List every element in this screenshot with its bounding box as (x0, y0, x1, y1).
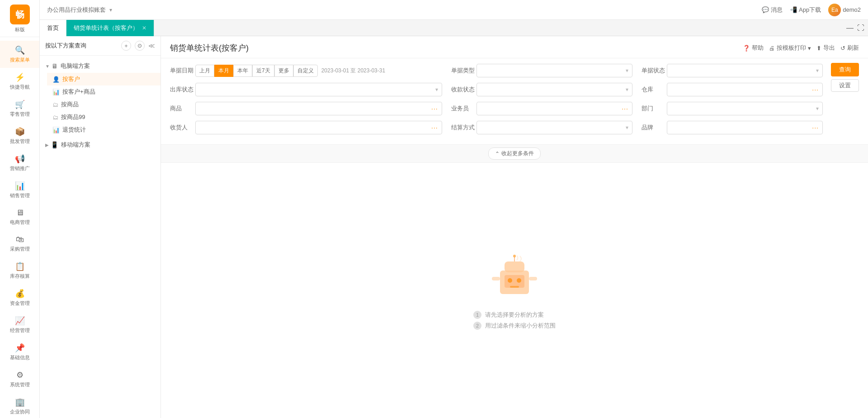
tab-actions: — ⛶ (846, 24, 868, 32)
empty-step-2: 2 用过滤条件来缩小分析范围 (473, 322, 556, 330)
receipt-status-chevron: ▾ (626, 86, 628, 93)
panel-title: 按以下方案查询 (45, 42, 118, 50)
sidebar-label-sales: 销售管理 (10, 192, 30, 199)
warehouse-select[interactable]: ··· (667, 83, 823, 96)
empty-step-1: 1 请先选择要分析的方案 (473, 311, 556, 319)
sidebar-label-search: 搜索菜单 (10, 57, 30, 63)
print-button[interactable]: 🖨 按模板打印 ▾ (769, 44, 811, 52)
sidebar-item-wholesale[interactable]: 📦 批发管理 (0, 122, 39, 149)
salesperson-select[interactable]: ··· (476, 102, 632, 115)
inventory-icon: 📋 (15, 261, 25, 271)
collapse-bar[interactable]: ⌃ 收起更多条件 (161, 145, 868, 163)
date-custom-btn[interactable]: 自定义 (293, 65, 318, 77)
tree-child-by-customer[interactable]: 👤 按客户 (47, 73, 160, 86)
settlement-select[interactable]: ▾ (476, 121, 632, 134)
operation-icon: 📈 (15, 316, 25, 326)
tab-home[interactable]: 首页 (40, 20, 66, 36)
svg-rect-1 (505, 275, 524, 288)
sidebar-item-system[interactable]: ⚙ 系统管理 (0, 366, 39, 393)
out-status-chevron: ▾ (435, 86, 438, 93)
date-this-month-btn[interactable]: 本月 (214, 65, 233, 77)
avatar: Ea (828, 4, 841, 16)
return-stats-icon: 📊 (52, 127, 60, 133)
tab-close-icon[interactable]: ✕ (142, 25, 146, 31)
username: demo2 (843, 6, 861, 13)
empty-illustration (487, 251, 542, 305)
help-button[interactable]: ❓ 帮助 (743, 44, 764, 52)
sales-icon: 📊 (15, 181, 25, 191)
date-this-year-btn[interactable]: 本年 (233, 65, 252, 77)
date-more-btn[interactable]: 更多 (274, 65, 293, 77)
refresh-button[interactable]: ↺ 刷新 (840, 44, 859, 52)
sidebar-item-marketing[interactable]: 📢 营销推广 (0, 149, 39, 176)
department-select[interactable]: ▾ (667, 102, 823, 115)
svg-point-9 (513, 255, 516, 257)
tab-minimize-icon[interactable]: — (846, 24, 854, 32)
main-area: 办公用品行业模拟账套 ▾ 💬 消息 📲 App下载 Ea demo2 首页 销货… (40, 0, 868, 418)
sidebar-item-sales[interactable]: 📊 销售管理 (0, 176, 39, 204)
tree-child-return-stats[interactable]: 📊 退货统计 (47, 124, 160, 136)
arrow-right-icon: ▶ (45, 142, 49, 147)
system-icon: ⚙ (16, 370, 24, 380)
panel-settings-button[interactable]: ⊙ (135, 41, 145, 51)
sidebar-label-enterprise: 企业协同 (10, 408, 30, 415)
settings-button[interactable]: 设置 (831, 79, 859, 92)
empty-step-2-text: 用过滤条件来缩小分析范围 (485, 322, 556, 330)
export-button[interactable]: ⬆ 导出 (816, 44, 835, 52)
retail-icon: 🛒 (15, 100, 25, 109)
print-dropdown-icon: ▾ (808, 45, 811, 52)
sidebar-label-inventory: 库存核算 (10, 273, 30, 280)
user-profile[interactable]: Ea demo2 (828, 4, 861, 16)
sidebar-item-basic[interactable]: 📌 基础信息 (0, 338, 39, 366)
tree-child-customer-product-label: 按客户+商品 (62, 88, 95, 96)
tree-child-product-99[interactable]: 🗂 按商品99 (47, 111, 160, 124)
department-filter: 部门 ▾ (642, 102, 823, 115)
date-last-month-btn[interactable]: 上月 (195, 65, 214, 77)
sidebar-item-operation[interactable]: 📈 经营管理 (0, 311, 39, 338)
date-last7-btn[interactable]: 近7天 (252, 65, 274, 77)
receipt-status-select[interactable]: ▾ (476, 83, 632, 96)
app-download-button[interactable]: 📲 App下载 (790, 6, 821, 14)
panel-collapse-button[interactable]: ≪ (148, 42, 155, 49)
print-icon: 🖨 (769, 45, 775, 52)
sidebar-item-ecommerce[interactable]: 🖥 电商管理 (0, 204, 39, 230)
brand-dots: ··· (812, 124, 819, 131)
query-button[interactable]: 查询 (831, 63, 859, 76)
tree-node-desktop[interactable]: ▼ 🖥 电脑端方案 (40, 59, 160, 73)
page-actions: ❓ 帮助 🖨 按模板打印 ▾ ⬆ 导出 ↺ 刷新 (743, 44, 859, 52)
sidebar-item-search[interactable]: 🔍 搜索菜单 (0, 41, 39, 68)
sidebar-item-inventory[interactable]: 📋 库存核算 (0, 257, 39, 284)
tree-child-by-product[interactable]: 🗂 按商品 (47, 98, 160, 111)
app-dropdown-icon[interactable]: ▾ (109, 7, 112, 13)
sidebar-item-finance[interactable]: 💰 资金管理 (0, 284, 39, 311)
out-status-select[interactable]: ▾ (195, 83, 442, 96)
marketing-icon: 📢 (15, 154, 25, 164)
tree-desktop: ▼ 🖥 电脑端方案 👤 按客户 📊 按客户+商品 🗂 按商品 (40, 56, 160, 155)
export-label: 导出 (823, 44, 835, 52)
sidebar-item-purchase[interactable]: 🛍 采购管理 (0, 230, 39, 257)
panel-add-button[interactable]: ＋ (121, 41, 131, 51)
ecommerce-icon: 🖥 (16, 208, 24, 218)
date-filter-item: 单据日期 上月 本月 本年 近7天 更多 自定义 2023-03-01 至 20… (170, 65, 442, 77)
brand-select[interactable]: ··· (667, 121, 823, 134)
filter-row-2: 出库状态 ▾ 收款状态 ▾ (170, 83, 859, 96)
logo-area: 畅 标版 (0, 0, 39, 37)
download-icon: 📲 (790, 6, 797, 13)
left-panel: 按以下方案查询 ＋ ⊙ ≪ ▼ 🖥 电脑端方案 👤 按客户 📊 (40, 36, 161, 418)
tab-maximize-icon[interactable]: ⛶ (857, 24, 864, 32)
product-select[interactable]: ··· (195, 102, 442, 115)
sidebar-label-purchase: 采购管理 (10, 246, 30, 252)
tab-sales-stats[interactable]: 销货单统计表（按客户） ✕ (66, 20, 154, 36)
tree-node-mobile[interactable]: ▶ 📱 移动端方案 (40, 138, 160, 152)
content-area: 按以下方案查询 ＋ ⊙ ≪ ▼ 🖥 电脑端方案 👤 按客户 📊 (40, 36, 868, 418)
sidebar-item-enterprise[interactable]: 🏢 企业协同 (0, 393, 39, 418)
doc-type-select[interactable]: ▾ (476, 64, 632, 77)
doc-status-select[interactable]: ▾ (667, 64, 823, 77)
salesperson-label: 业务员 (451, 104, 476, 113)
sidebar-item-shortcuts[interactable]: ⚡ 快捷导航 (0, 68, 39, 95)
receiver-select[interactable]: ··· (195, 121, 442, 134)
message-button[interactable]: 💬 消息 (762, 6, 783, 14)
settlement-filter: 结算方式 ▾ (451, 121, 632, 134)
tree-child-customer-product[interactable]: 📊 按客户+商品 (47, 86, 160, 98)
sidebar-item-retail[interactable]: 🛒 零售管理 (0, 95, 39, 122)
